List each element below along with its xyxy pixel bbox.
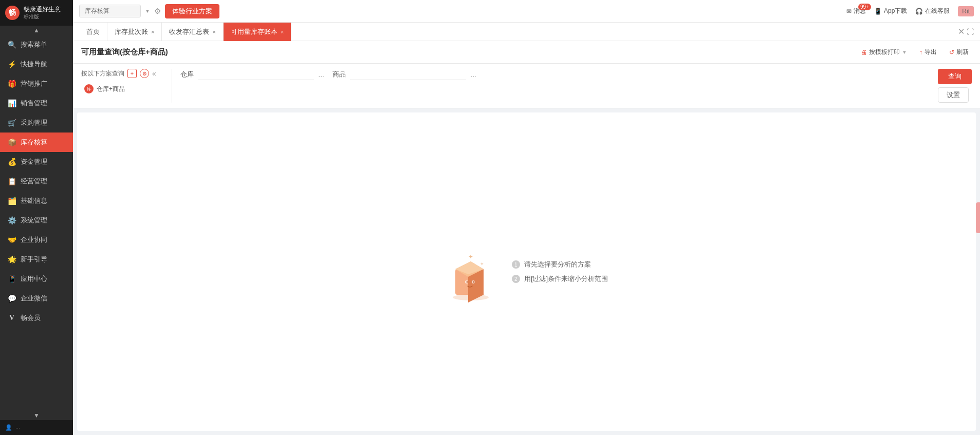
sidebar-item-label: 系统管理 (21, 216, 47, 225)
sidebar-item-apps[interactable]: 📱 应用中心 (0, 269, 73, 289)
refresh-icon: ↺ (949, 49, 954, 56)
settings-icon[interactable]: ⚙ (154, 7, 161, 16)
main-content: 库存核算 ▼ ⚙ 体验行业方案 ✉ 消息 99+ 📱 App下载 🎧 在线客服 … (73, 0, 980, 435)
tab-available[interactable]: 可用量库存账本 × (224, 23, 291, 41)
sidebar-item-member[interactable]: V 畅会员 (0, 308, 73, 328)
tabs-bar: 首页 库存批次账 × 收发存汇总表 × 可用量库存账本 × ✕ ⛶ (73, 23, 980, 41)
sidebar-item-enterprise[interactable]: 🤝 企业协同 (0, 230, 73, 250)
sidebar-item-label: 企业微信 (21, 294, 47, 303)
sidebar-item-marketing[interactable]: 🎁 营销推广 (0, 74, 73, 93)
page-header: 可用量查询(按仓库+商品) 🖨 按模板打印 ▼ ↑ 导出 ↺ 刷新 (73, 41, 980, 64)
sidebar-item-inventory[interactable]: 📦 库存核算 (0, 133, 73, 152)
sidebar-item-label: 资金管理 (21, 157, 47, 166)
finance-icon: 💰 (7, 157, 16, 166)
content-area: ✦ ✦ 1 请先选择要分析的方案 2 用[过滤]条件来缩小分析范围 (77, 112, 976, 431)
print-button[interactable]: 🖨 按模板打印 ▼ (858, 46, 910, 58)
sidebar-item-sales[interactable]: 📊 销售管理 (0, 93, 73, 113)
user-avatar[interactable]: Rit (958, 6, 974, 16)
app-download-button[interactable]: 📱 App下载 (874, 7, 907, 15)
empty-illustration: ✦ ✦ (445, 246, 496, 297)
svg-text:✦: ✦ (480, 261, 484, 267)
warehouse-label: 仓库 (180, 70, 194, 79)
tab-available-close[interactable]: × (281, 29, 284, 35)
member-icon: V (7, 313, 16, 323)
filter-scheme: 按以下方案查询 + ⚙ « 库 仓库+商品 (81, 69, 163, 96)
tab-batch-close[interactable]: × (151, 29, 154, 35)
sidebar-item-newbie[interactable]: 🌟 新手引导 (0, 250, 73, 269)
industry-solution-button[interactable]: 体验行业方案 (165, 4, 219, 18)
apps-icon: 📱 (7, 274, 16, 283)
sidebar-item-label: 基础信息 (21, 196, 47, 205)
query-button[interactable]: 查询 (938, 69, 972, 84)
tab-home[interactable]: 首页 (79, 23, 107, 41)
purchase-icon: 🛒 (7, 118, 16, 127)
warehouse-input[interactable] (198, 69, 314, 80)
sidebar-item-label: 企业协同 (21, 235, 47, 244)
tab-collection[interactable]: 收发存汇总表 × (162, 23, 223, 41)
sales-icon: 📊 (7, 99, 16, 108)
sidebar-item-wechat[interactable]: 💬 企业微信 (0, 289, 73, 308)
basic-icon: 🗂️ (7, 196, 16, 205)
sidebar-item-purchase[interactable]: 🛒 采购管理 (0, 113, 73, 133)
filter-right-actions: 查询 设置 (938, 69, 972, 103)
tab-collection-label: 收发存汇总表 (169, 27, 209, 36)
sidebar-item-search[interactable]: 🔍 搜索菜单 (0, 35, 73, 54)
filter-fields: 仓库 ... 商品 ... (180, 69, 932, 80)
refresh-button[interactable]: ↺ 刷新 (946, 46, 972, 58)
sidebar-item-shortcut[interactable]: ⚡ 快捷导航 (0, 54, 73, 74)
tab-collection-close[interactable]: × (212, 29, 215, 35)
sidebar-scroll-up[interactable]: ▲ (0, 26, 73, 35)
sidebar-item-label: 营销推广 (21, 79, 47, 88)
tab-home-label: 首页 (86, 27, 100, 36)
system-icon: ⚙️ (7, 216, 16, 225)
tabs-expand-button[interactable]: ⛶ (967, 28, 974, 36)
empty-svg-icon: ✦ ✦ (445, 246, 496, 302)
sidebar-scroll-down[interactable]: ▼ (0, 411, 73, 420)
collapse-button[interactable]: « (152, 69, 156, 78)
sidebar-subtitle: 标准版 (24, 13, 61, 21)
empty-state: ✦ ✦ 1 请先选择要分析的方案 2 用[过滤]条件来缩小分析范围 (445, 246, 608, 297)
scheme-item-warehouse-goods[interactable]: 库 仓库+商品 (81, 82, 163, 96)
headset-icon: 🎧 (915, 8, 923, 15)
goods-more-button[interactable]: ... (470, 70, 476, 79)
sidebar-item-system[interactable]: ⚙️ 系统管理 (0, 211, 73, 230)
warehouse-more-button[interactable]: ... (318, 70, 324, 79)
sidebar-item-operations[interactable]: 📋 经营管理 (0, 172, 73, 191)
sidebar-item-label: 销售管理 (21, 99, 47, 108)
sidebar-item-label: 采购管理 (21, 118, 47, 127)
breadcrumb-dropdown-icon[interactable]: ▼ (145, 8, 150, 14)
user-avatar-small: 👤 (5, 424, 12, 431)
svg-text:✦: ✦ (468, 253, 473, 260)
right-scroll-hint (976, 202, 980, 233)
message-icon: ✉ (846, 8, 852, 15)
filter-scheme-header: 按以下方案查询 + ⚙ « (81, 69, 163, 78)
sidebar-user-label: ··· (15, 425, 20, 431)
shortcut-icon: ⚡ (7, 60, 16, 69)
filter-divider (172, 69, 172, 103)
sidebar-header: 畅 畅康通好生意 标准版 (0, 0, 73, 26)
inventory-icon: 📦 (7, 138, 16, 147)
tab-batch[interactable]: 库存批次账 × (107, 23, 162, 41)
settings-scheme-button[interactable]: ⚙ (140, 69, 149, 78)
sidebar-item-label: 库存核算 (21, 138, 47, 147)
sidebar-item-basic[interactable]: 🗂️ 基础信息 (0, 191, 73, 211)
topbar-breadcrumb[interactable]: 库存核算 (79, 5, 141, 17)
print-dropdown-icon[interactable]: ▼ (902, 49, 907, 55)
add-scheme-button[interactable]: + (127, 69, 137, 78)
customer-service-button[interactable]: 🎧 在线客服 (915, 7, 950, 15)
mobile-icon: 📱 (874, 8, 882, 15)
topbar-right: ✉ 消息 99+ 📱 App下载 🎧 在线客服 Rit (846, 6, 974, 16)
marketing-icon: 🎁 (7, 79, 16, 88)
filter-scheme-label: 按以下方案查询 (81, 69, 124, 78)
export-button[interactable]: ↑ 导出 (916, 46, 940, 58)
sidebar-logo: 畅 (5, 6, 20, 20)
goods-input[interactable] (350, 69, 466, 80)
message-button[interactable]: ✉ 消息 99+ (846, 7, 866, 15)
sidebar-footer[interactable]: 👤 ··· (0, 420, 73, 435)
sidebar-item-finance[interactable]: 💰 资金管理 (0, 152, 73, 172)
sidebar-item-label: 搜索菜单 (21, 40, 47, 49)
filter-settings-button[interactable]: 设置 (938, 87, 969, 103)
topbar: 库存核算 ▼ ⚙ 体验行业方案 ✉ 消息 99+ 📱 App下载 🎧 在线客服 … (73, 0, 980, 23)
newbie-icon: 🌟 (7, 255, 16, 264)
tabs-close-all-button[interactable]: ✕ (958, 27, 965, 36)
